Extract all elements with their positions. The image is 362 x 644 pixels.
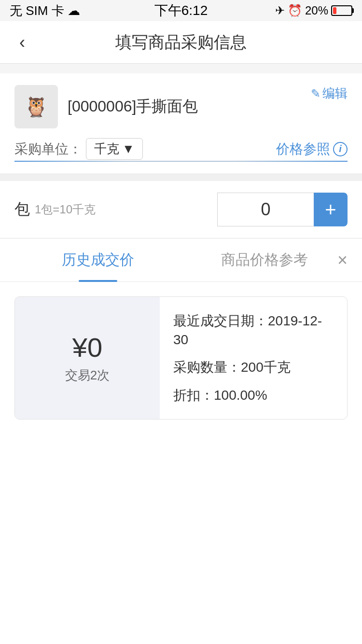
battery-icon [331,5,352,16]
quantity-sub-label: 1包=10千克 [35,202,96,217]
product-image: 🦉 [14,85,58,128]
purchase-qty-label: 采购数量： [173,360,241,375]
location-icon: ✈ [275,4,285,17]
recent-date-row: 最近成交日期：2019-12-30 [173,311,334,349]
purchase-qty-value: 200千克 [241,360,291,375]
header: ‹ 填写商品采购信息 [0,21,362,64]
edit-label: 编辑 [322,85,348,102]
back-button[interactable]: ‹ [14,28,30,57]
status-right: ✈ ⏰ 20% [275,4,352,17]
tab-product-price-ref-label: 商品价格参考 [221,250,308,270]
tab-history-price[interactable]: 历史成交价 [14,238,181,282]
alarm-icon: ⏰ [288,4,302,17]
price-card-left: ¥0 交易2次 [15,297,160,419]
edit-icon: ✎ [311,87,320,100]
info-icon: i [333,142,348,156]
price-transactions: 交易2次 [65,367,110,384]
edit-button[interactable]: ✎ 编辑 [311,85,348,102]
battery-text: 20% [305,4,328,17]
unit-value: 千克 [94,140,119,157]
product-header: 🦉 [0000006]手撕面包 ✎ 编辑 [14,85,348,128]
panel-content: ¥0 交易2次 最近成交日期：2019-12-30 采购数量：200千克 折扣：… [0,282,362,434]
main-content [0,434,362,644]
quantity-unit: 包 [14,199,30,220]
discount-value: 100.00% [214,388,267,403]
quantity-label: 包 1包=10千克 [14,199,96,220]
price-reference-button[interactable]: 价格参照 i [276,140,348,158]
product-card: 🦉 [0000006]手撕面包 ✎ 编辑 采购单位： 千克 ▼ 价格参照 i [0,73,362,173]
quantity-input-group: + [217,193,348,226]
unit-arrow: ▼ [122,141,135,156]
product-info: 🦉 [0000006]手撕面包 [14,85,198,128]
status-left: 无 SIM 卡 ☁ [10,2,80,19]
tab-product-price-ref[interactable]: 商品价格参考 [181,238,348,282]
divider [14,161,348,162]
status-time: 下午6:12 [154,1,208,20]
unit-selector-group: 采购单位： 千克 ▼ [14,138,143,160]
price-ref-label: 价格参照 [276,140,330,158]
product-name: [0000006]手撕面包 [68,96,198,117]
panel-tabs: 历史成交价 商品价格参考 × [0,238,362,282]
product-thumbnail-icon: 🦉 [24,96,48,118]
panel-close-button[interactable]: × [337,250,348,270]
recent-date-label: 最近成交日期： [173,313,268,328]
purchase-qty-row: 采购数量：200千克 [173,358,334,377]
history-price-card: ¥0 交易2次 最近成交日期：2019-12-30 采购数量：200千克 折扣：… [14,296,348,420]
unit-label: 采购单位： [14,140,82,158]
unit-select[interactable]: 千克 ▼ [86,138,143,160]
quantity-input[interactable] [217,193,314,226]
panel: 历史成交价 商品价格参考 × ¥0 交易2次 最近成交日期：2019-12-30… [0,238,362,434]
tab-history-price-label: 历史成交价 [62,250,134,270]
page-title: 填写商品采购信息 [115,31,247,54]
discount-row: 折扣：100.00% [173,386,334,405]
quantity-plus-button[interactable]: + [314,193,348,226]
status-bar: 无 SIM 卡 ☁ 下午6:12 ✈ ⏰ 20% [0,0,362,21]
product-unit-row: 采购单位： 千克 ▼ 价格参照 i [14,138,348,160]
price-card-right: 最近成交日期：2019-12-30 采购数量：200千克 折扣：100.00% [160,297,347,419]
sim-text: 无 SIM 卡 ☁ [10,2,80,19]
price-value: ¥0 [72,332,102,363]
tab-active-indicator [79,280,117,282]
quantity-section: 包 1包=10千克 + [0,173,362,238]
discount-label: 折扣： [173,388,214,403]
